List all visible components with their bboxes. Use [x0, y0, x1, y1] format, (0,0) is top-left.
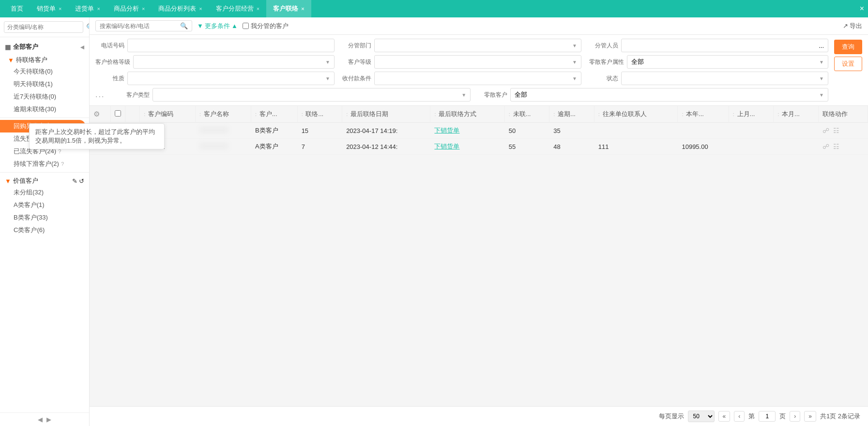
department-label: 分管部门: [342, 42, 371, 50]
prev-page-btn[interactable]: ‹: [734, 411, 745, 422]
th-settings[interactable]: ⚙: [90, 106, 111, 123]
sidebar-value-section[interactable]: ▼ 价值客户 ✎ ↺: [0, 175, 89, 186]
retail-property-select[interactable]: 全部 ▼: [627, 55, 828, 69]
status-label: 状态: [589, 74, 618, 83]
table-container[interactable]: ⚙ : 客户编码 : 客户名称 : 客户...: [90, 106, 868, 406]
phone-input[interactable]: [127, 39, 335, 52]
select-all-checkbox[interactable]: [115, 110, 121, 117]
filter-ellipsis[interactable]: ...: [95, 90, 105, 99]
th-level[interactable]: : 客户...: [251, 106, 297, 123]
sidebar-item-class-b[interactable]: B类客户(33): [0, 211, 89, 224]
sidebar-item-class-c[interactable]: C类客户(6): [0, 224, 89, 236]
th-actions: 联络动作: [818, 106, 868, 123]
row1-link-icon[interactable]: ☍: [822, 127, 829, 134]
sidebar-search-input[interactable]: [4, 21, 83, 33]
th-contacts[interactable]: : 联络...: [297, 106, 342, 123]
sidebar-item-today[interactable]: 今天待联络(0): [0, 65, 89, 78]
settings-button[interactable]: 设置: [834, 57, 862, 71]
sidebar-all-customers[interactable]: ▦ 全部客户 ◀: [0, 40, 89, 54]
edit-icon[interactable]: ✎: [72, 177, 77, 185]
customer-level-select[interactable]: ▼: [374, 55, 581, 69]
sidebar-item-unclassified[interactable]: 未分组(32): [0, 186, 89, 199]
row2-this-year: 10995.00: [678, 139, 729, 155]
th-this-year[interactable]: : 本年...: [678, 106, 729, 123]
th-pending[interactable]: : 未联...: [504, 106, 549, 123]
sidebar-item-tomorrow[interactable]: 明天待联络(1): [0, 78, 89, 90]
sidebar-item-overdue[interactable]: 逾期未联络(30): [0, 103, 89, 116]
page-num-input[interactable]: [759, 411, 776, 422]
row1-grid-icon[interactable]: ☷: [833, 127, 839, 134]
row1-last-month: [729, 123, 774, 139]
my-customers-check[interactable]: [243, 23, 249, 29]
sidebar-right-arrow[interactable]: ▶: [46, 416, 51, 423]
query-button[interactable]: 查询: [834, 40, 862, 54]
close-contact-tab[interactable]: ×: [301, 6, 304, 12]
total-label: 共1页 2条记录: [820, 412, 860, 421]
department-select[interactable]: ▼: [374, 39, 581, 52]
row1-this-year: [678, 123, 729, 139]
sidebar-bottom[interactable]: ◀ ▶: [0, 412, 89, 426]
tab-customer-contact[interactable]: 客户联络 ×: [266, 0, 311, 17]
more-conditions-btn[interactable]: ▼ 更多条件 ▲: [197, 22, 238, 30]
gender-select[interactable]: ▼: [127, 72, 335, 85]
per-page-select[interactable]: 50 20 100: [688, 411, 715, 422]
price-level-select[interactable]: ▼: [133, 55, 335, 69]
per-page-label: 每页显示: [659, 412, 684, 421]
close-goods-list-tab[interactable]: ×: [199, 6, 202, 12]
th-this-month[interactable]: : 本月...: [774, 106, 819, 123]
tab-home[interactable]: 首页: [4, 0, 30, 17]
row2-grid-icon[interactable]: ☷: [833, 143, 839, 150]
manager-select[interactable]: ...: [621, 39, 828, 52]
help-icon-persist[interactable]: ?: [61, 161, 64, 167]
tab-goods-analysis-list[interactable]: 商品分析列表 ×: [152, 0, 209, 17]
th-last-contact-date[interactable]: : 最后联络日期: [342, 106, 430, 123]
sidebar-search-icon[interactable]: 🔍: [86, 23, 90, 31]
top-nav-bar: 首页 销货单 × 进货单 × 商品分析 × 商品分析列表 × 客户分层经营 × …: [0, 0, 868, 17]
last-page-btn[interactable]: »: [804, 411, 816, 422]
th-code[interactable]: : 客户编码: [140, 106, 196, 123]
export-button[interactable]: ↗ 导出: [843, 22, 862, 30]
th-checkbox[interactable]: [111, 106, 125, 123]
first-page-btn[interactable]: «: [718, 411, 731, 422]
row1-overdue: 35: [549, 123, 594, 139]
sidebar-left-arrow[interactable]: ◀: [38, 416, 43, 423]
tab-goods-analysis[interactable]: 商品分析 ×: [107, 0, 152, 17]
th-last-month[interactable]: : 上月...: [729, 106, 774, 123]
customer-type-select[interactable]: ▼: [152, 88, 471, 102]
row1-related: [594, 123, 678, 139]
next-page-btn[interactable]: ›: [790, 411, 800, 422]
collapse-icon[interactable]: ◀: [80, 44, 84, 50]
row2-last-month: [729, 139, 774, 155]
row1-level: B类客户: [251, 123, 297, 139]
payment-terms-select[interactable]: ▼: [374, 72, 581, 85]
tab-sales[interactable]: 销货单 ×: [30, 0, 68, 17]
customer-search-input[interactable]: [100, 23, 180, 29]
th-name[interactable]: : 客户名称: [196, 106, 251, 123]
close-purchase-tab[interactable]: ×: [97, 6, 100, 12]
close-segment-tab[interactable]: ×: [257, 6, 259, 12]
close-all-tabs[interactable]: ×: [860, 4, 864, 13]
close-goods-analysis-tab[interactable]: ×: [142, 6, 145, 12]
tab-purchase[interactable]: 进货单 ×: [68, 0, 107, 17]
retail-property-label: 零散客户属性: [589, 58, 624, 66]
sidebar-item-7days[interactable]: 近7天待联络(0): [0, 90, 89, 103]
status-select[interactable]: ▼: [621, 72, 828, 85]
row2-last-contact-way[interactable]: 下销货单: [430, 139, 504, 155]
refresh-icon[interactable]: ↺: [79, 177, 84, 185]
settings-gear-icon[interactable]: ⚙: [93, 110, 100, 118]
my-customers-checkbox[interactable]: 我分管的客户: [243, 22, 289, 30]
row1-last-contact-way[interactable]: 下销货单: [430, 123, 504, 139]
th-overdue[interactable]: : 逾期...: [549, 106, 594, 123]
th-related-person[interactable]: : 往来单位联系人: [594, 106, 678, 123]
search-icon[interactable]: 🔍: [180, 22, 188, 29]
sidebar-pending-section[interactable]: ▼ 待联络客户: [0, 54, 89, 65]
sidebar-item-persist-decline[interactable]: 持续下滑客户(2) ?: [0, 158, 89, 170]
retail-customer-select[interactable]: 全部 ▼: [510, 88, 828, 102]
th-last-contact-way[interactable]: : 最后联络方式: [430, 106, 504, 123]
close-sales-tab[interactable]: ×: [59, 6, 61, 12]
sidebar-item-class-a[interactable]: A类客户(1): [0, 199, 89, 211]
row2-link-icon[interactable]: ☍: [822, 143, 829, 150]
tab-customer-segment[interactable]: 客户分层经营 ×: [209, 0, 266, 17]
tooltip-box: 距客户上次交易时长，超过了此客户的平均交易周期的1.5倍，则视为异常。: [90, 123, 165, 149]
row2-actions: ☍ ☷: [818, 139, 868, 155]
